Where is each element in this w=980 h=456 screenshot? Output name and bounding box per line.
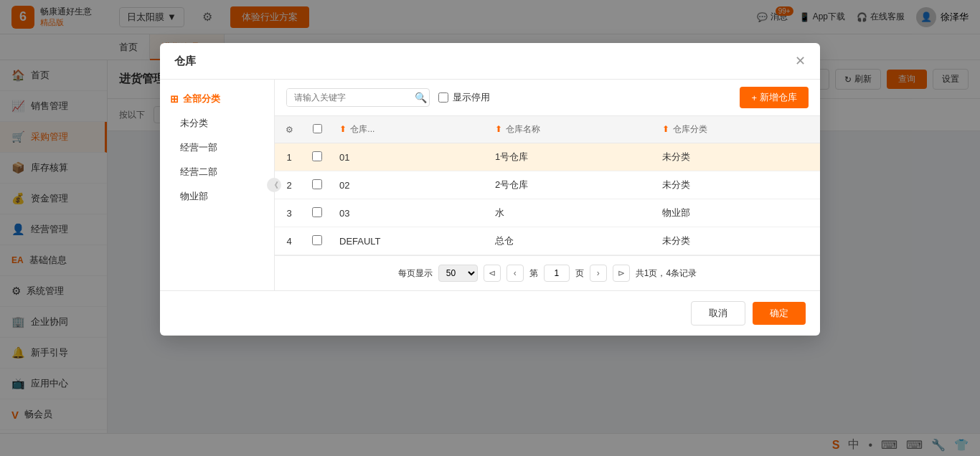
modal-close-button[interactable]: ✕: [795, 53, 806, 69]
sort-icon: ⬆: [339, 124, 347, 134]
warehouse-modal: 仓库 ✕ ⊞ 全部分类 未分类 经营一部 经营二部 物业部 《: [160, 43, 820, 336]
row-checkbox-cell: [303, 199, 331, 227]
modal-title: 仓库: [174, 54, 196, 68]
category-panel: ⊞ 全部分类 未分类 经营一部 经营二部 物业部 《: [160, 80, 275, 290]
table-header-row: ⚙ ⬆ 仓库... ⬆ 仓库名称: [275, 116, 820, 143]
per-page-label: 每页显示: [398, 267, 433, 280]
th-category: ⬆ 仓库分类: [654, 116, 820, 143]
row-category: 未分类: [654, 171, 820, 199]
per-page-select[interactable]: 50 100 200: [438, 265, 478, 282]
category-all-label: 全部分类: [183, 92, 220, 105]
confirm-button[interactable]: 确定: [753, 302, 806, 325]
row-checkbox[interactable]: [312, 151, 322, 161]
table-panel: 🔍 显示停用 + 新增仓库: [275, 80, 820, 290]
row-checkbox[interactable]: [312, 179, 322, 189]
row-checkbox-cell: [303, 143, 331, 171]
prev-page-button[interactable]: ‹: [507, 265, 524, 282]
category-all[interactable]: ⊞ 全部分类: [160, 87, 274, 111]
search-box: 🔍: [286, 88, 430, 107]
sort-icon-cat: ⬆: [662, 124, 669, 134]
category-item-unclassified[interactable]: 未分类: [160, 111, 274, 136]
row-code: 01: [331, 143, 486, 171]
warehouse-data-table: ⚙ ⬆ 仓库... ⬆ 仓库名称: [275, 116, 820, 255]
show-disabled-area: 显示停用: [438, 91, 490, 104]
th-gear: ⚙: [275, 116, 303, 143]
page-label: 第: [529, 267, 538, 280]
row-name: 总仓: [486, 227, 653, 255]
category-item-ops2[interactable]: 经营二部: [160, 160, 274, 184]
modal-body: ⊞ 全部分类 未分类 经营一部 经营二部 物业部 《 🔍: [160, 80, 820, 290]
pagination-bar: 每页显示 50 100 200 ⊲ ‹ 第 页 › ⊳ 共1页，4条记录: [275, 255, 820, 290]
show-disabled-label: 显示停用: [453, 91, 490, 104]
row-name: 1号仓库: [486, 143, 653, 171]
grid-icon: ⊞: [170, 93, 179, 105]
modal-header: 仓库 ✕: [160, 43, 820, 80]
modal-overlay: 仓库 ✕ ⊞ 全部分类 未分类 经营一部 经营二部 物业部 《: [0, 0, 980, 456]
total-info: 共1页，4条记录: [636, 267, 697, 280]
row-num: 3: [275, 199, 303, 227]
search-button[interactable]: 🔍: [409, 92, 430, 103]
search-input[interactable]: [287, 89, 409, 106]
th-checkbox: [303, 116, 331, 143]
show-disabled-checkbox[interactable]: [438, 92, 448, 103]
table-toolbar: 🔍 显示停用 + 新增仓库: [275, 80, 820, 116]
page-unit: 页: [575, 267, 584, 280]
category-item-property[interactable]: 物业部: [160, 184, 274, 209]
row-checkbox-cell: [303, 171, 331, 199]
row-num: 1: [275, 143, 303, 171]
first-page-button[interactable]: ⊲: [484, 265, 501, 282]
row-name: 水: [486, 199, 653, 227]
row-category: 物业部: [654, 199, 820, 227]
modal-footer: 取消 确定: [160, 290, 820, 336]
category-collapse-button[interactable]: 《: [267, 178, 281, 192]
select-all-checkbox[interactable]: [313, 124, 322, 133]
table-row[interactable]: 2 02 2号仓库 未分类: [275, 171, 820, 199]
table-row[interactable]: 1 01 1号仓库 未分类: [275, 143, 820, 171]
row-name: 2号仓库: [486, 171, 653, 199]
page-input[interactable]: [544, 265, 570, 282]
warehouse-table: ⚙ ⬆ 仓库... ⬆ 仓库名称: [275, 116, 820, 255]
next-page-button[interactable]: ›: [590, 265, 607, 282]
row-code: DEFAULT: [331, 227, 486, 255]
sort-icon-name: ⬆: [495, 124, 502, 134]
row-code: 03: [331, 199, 486, 227]
row-num: 4: [275, 227, 303, 255]
cancel-button[interactable]: 取消: [691, 301, 745, 326]
th-name: ⬆ 仓库名称: [486, 116, 653, 143]
row-checkbox[interactable]: [312, 207, 322, 217]
th-code: ⬆ 仓库...: [331, 116, 486, 143]
category-item-ops1[interactable]: 经营一部: [160, 136, 274, 160]
add-warehouse-button[interactable]: + 新增仓库: [740, 87, 809, 108]
row-category: 未分类: [654, 143, 820, 171]
table-row[interactable]: 4 DEFAULT 总仓 未分类: [275, 227, 820, 255]
row-category: 未分类: [654, 227, 820, 255]
plus-icon: +: [751, 92, 757, 103]
row-checkbox[interactable]: [312, 235, 322, 245]
row-code: 02: [331, 171, 486, 199]
table-row[interactable]: 3 03 水 物业部: [275, 199, 820, 227]
row-checkbox-cell: [303, 227, 331, 255]
last-page-button[interactable]: ⊳: [613, 265, 630, 282]
